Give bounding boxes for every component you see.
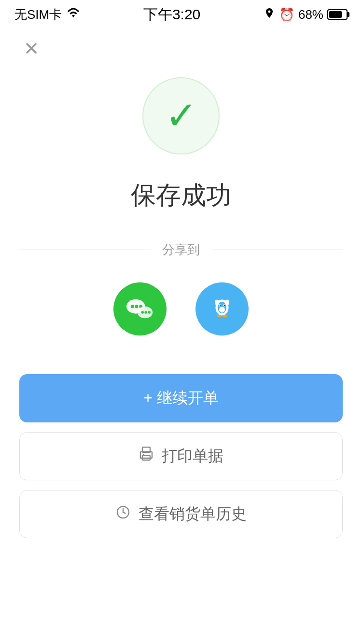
- svg-point-9: [148, 311, 151, 314]
- status-time: 下午3:20: [143, 5, 200, 25]
- action-buttons: + 继续开单 打印单据 查看销货单历史: [0, 374, 362, 538]
- svg-point-14: [220, 305, 221, 306]
- print-icon: [139, 447, 154, 466]
- svg-point-19: [223, 315, 227, 318]
- wifi-icon: [67, 6, 80, 23]
- qq-share-button[interactable]: [195, 282, 249, 336]
- main-content: ✓ 保存成功 分享到: [0, 29, 362, 538]
- status-left: 无SIM卡: [14, 6, 80, 23]
- print-button[interactable]: 打印单据: [19, 432, 343, 480]
- history-icon: [115, 504, 131, 524]
- battery-icon: [327, 9, 348, 20]
- carrier-text: 无SIM卡: [14, 6, 62, 23]
- svg-point-18: [217, 315, 222, 318]
- share-divider: 分享到: [0, 241, 362, 258]
- wechat-share-button[interactable]: [113, 282, 167, 336]
- svg-point-20: [215, 300, 219, 306]
- status-bar: 无SIM卡 下午3:20 ⏰ 68%: [0, 0, 362, 29]
- continue-button[interactable]: + 继续开单: [19, 374, 343, 422]
- print-label: 打印单据: [162, 446, 223, 467]
- success-circle: ✓: [142, 77, 220, 154]
- close-button[interactable]: [19, 36, 43, 60]
- svg-point-17: [219, 307, 225, 313]
- svg-point-7: [141, 311, 144, 314]
- svg-point-21: [225, 300, 229, 306]
- battery-percent: 68%: [298, 7, 323, 22]
- alarm-icon: ⏰: [279, 7, 294, 22]
- svg-point-8: [144, 311, 147, 314]
- share-icons: [113, 282, 249, 336]
- success-title: 保存成功: [131, 179, 231, 212]
- svg-point-3: [131, 305, 134, 308]
- history-label: 查看销货单历史: [139, 504, 247, 525]
- location-icon: [264, 7, 275, 22]
- svg-point-15: [224, 305, 225, 306]
- svg-point-4: [135, 305, 139, 308]
- status-right: ⏰ 68%: [264, 7, 348, 22]
- checkmark-icon: ✓: [165, 97, 197, 135]
- share-label: 分享到: [151, 241, 211, 258]
- history-button[interactable]: 查看销货单历史: [19, 490, 343, 538]
